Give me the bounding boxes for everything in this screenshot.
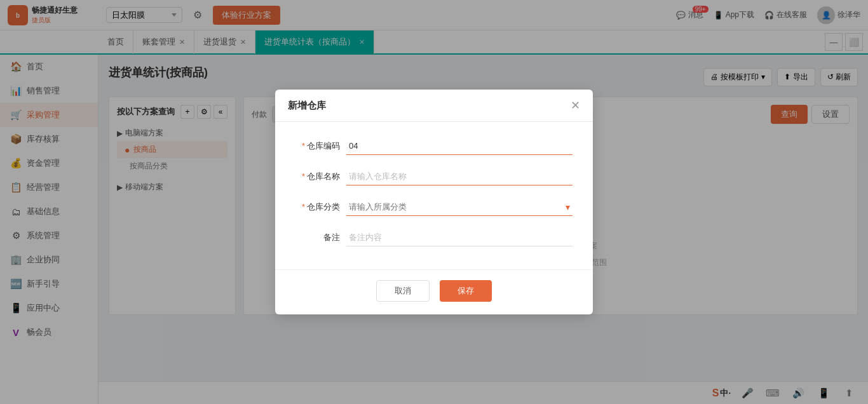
modal-overlay[interactable]: 新增仓库 ✕ 仓库编码 仓库名称 仓库分类 ▾ 备注 xyxy=(0,0,868,404)
category-label: 仓库分类 xyxy=(295,201,346,213)
category-select-wrap: ▾ xyxy=(346,198,573,216)
modal-title: 新增仓库 xyxy=(288,100,326,112)
save-button[interactable]: 保存 xyxy=(440,280,492,302)
form-row-note: 备注 xyxy=(295,229,573,246)
form-row-category: 仓库分类 ▾ xyxy=(295,198,573,216)
warehouse-modal: 新增仓库 ✕ 仓库编码 仓库名称 仓库分类 ▾ 备注 xyxy=(275,90,593,314)
modal-body: 仓库编码 仓库名称 仓库分类 ▾ 备注 xyxy=(275,122,593,269)
category-input[interactable] xyxy=(346,198,573,216)
note-label: 备注 xyxy=(295,232,346,243)
note-input[interactable] xyxy=(346,229,573,246)
cancel-button[interactable]: 取消 xyxy=(376,280,430,302)
form-row-name: 仓库名称 xyxy=(295,168,573,185)
code-label: 仓库编码 xyxy=(295,140,346,152)
code-input[interactable] xyxy=(346,137,573,155)
name-label: 仓库名称 xyxy=(295,171,346,182)
name-input[interactable] xyxy=(346,168,573,185)
modal-close-button[interactable]: ✕ xyxy=(571,98,580,112)
form-row-code: 仓库编码 xyxy=(295,137,573,155)
modal-header: 新增仓库 ✕ xyxy=(275,90,593,122)
modal-footer: 取消 保存 xyxy=(275,269,593,314)
